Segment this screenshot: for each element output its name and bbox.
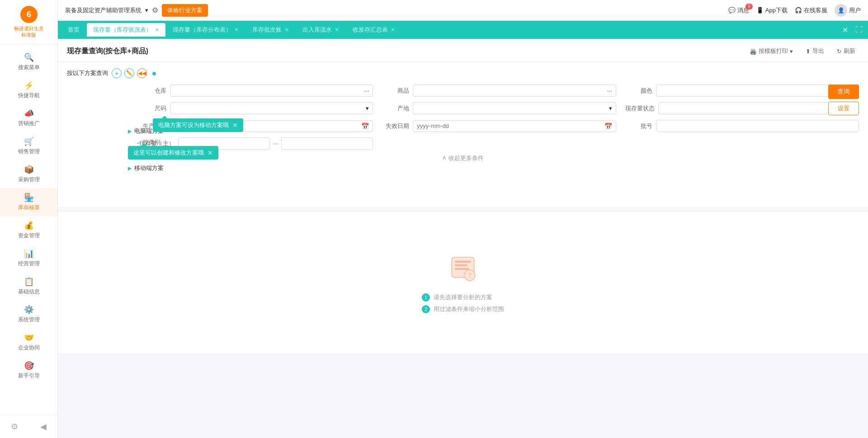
edit-scheme-btn[interactable]: ✏️ [124, 68, 134, 78]
goods-label: 商品 [382, 87, 409, 95]
tooltip2-close-btn[interactable]: ✕ [208, 149, 213, 156]
tab-inventory-dist[interactable]: 现存量（库存分布表） ✕ [166, 23, 245, 37]
avatar: 👤 [835, 4, 847, 17]
tab-close-inventory-dist[interactable]: ✕ [234, 27, 239, 33]
tooltip1-close-btn[interactable]: ✕ [232, 122, 238, 129]
scheme-tooltip-2: 这里可以创建和修改方案哦 ✕ [128, 146, 218, 160]
collapse-sidebar-btn[interactable]: ◀ [38, 420, 48, 433]
add-scheme-btn[interactable]: + [112, 68, 122, 78]
quick-nav-icon: ⚡ [24, 80, 34, 90]
page-title-row: 现存量查询(按仓库+商品) 🖨️ 按模板打印 ▾ ⬆ 导出 ↻ 刷新 [67, 45, 859, 61]
scheme-tooltip-1: 电脑方案可设为移动方案哦 ✕ [153, 118, 243, 132]
svg-rect-3 [455, 261, 471, 263]
filter-row-expire-date: 失效日期 📅 [382, 120, 616, 132]
batch-label: 批号 [625, 122, 652, 130]
tab-close-inventory-status[interactable]: ✕ [155, 27, 159, 33]
inventory-icon: 🏪 [24, 193, 34, 203]
tab-batch-ledger[interactable]: 库存批次账 ✕ [246, 23, 295, 37]
user-avatar-btn[interactable]: 👤 用户 [835, 4, 861, 17]
origin-label: 产地 [382, 104, 409, 113]
tab-close-collect-summary[interactable]: ✕ [391, 27, 395, 33]
sidebar-item-enterprise[interactable]: 🤝 企业协同 [0, 328, 57, 356]
goods-select[interactable]: ··· [413, 85, 616, 97]
online-service-btn[interactable]: 🎧 在线客服 [795, 6, 827, 14]
tab-fullscreen-icon[interactable]: ⛶ [854, 24, 864, 36]
back-scheme-btn[interactable]: ◀◀ [137, 68, 147, 78]
main: 装备及固定资产辅助管理系统 ▾ ⚙ 体验行业方案 💬 消息 9 📱 App下载 … [58, 0, 868, 438]
produce-date-calendar-icon[interactable]: 📅 [361, 122, 369, 130]
tab-bar-right: ✕ ⛶ [840, 24, 864, 36]
filter-label: 按以下方案查询 [67, 69, 108, 77]
tab-close-batch-ledger[interactable]: ✕ [284, 27, 289, 33]
filter-row-color: 颜色 ▾ [625, 85, 859, 97]
app-download-btn[interactable]: 📱 App下载 [756, 6, 788, 14]
search-btn[interactable]: 查询 [828, 85, 859, 99]
expire-date-input[interactable] [417, 122, 604, 129]
print-btn[interactable]: 🖨️ 按模板打印 ▾ [746, 45, 797, 57]
tab-collect-summary[interactable]: 收发存汇总表 ✕ [346, 23, 401, 37]
tab-home[interactable]: 首页 [61, 23, 86, 37]
tab-in-out-flow[interactable]: 出入库流水 ✕ [296, 23, 345, 37]
add-icon: + [115, 70, 118, 77]
origin-select[interactable]: ▾ [413, 102, 616, 114]
system-icon: ⚙️ [24, 305, 34, 315]
message-icon: 💬 [728, 7, 736, 14]
header-left: 装备及固定资产辅助管理系统 ▾ ⚙ 体验行业方案 [65, 4, 208, 17]
service-icon: 🎧 [795, 7, 802, 14]
sidebar-item-marketing[interactable]: 📣 营销推广 [0, 104, 57, 132]
batch-input[interactable] [656, 120, 859, 132]
svg-rect-4 [455, 264, 467, 266]
sidebar-item-inventory[interactable]: 🏪 库存核算 [0, 188, 57, 216]
sidebar-item-search-menu[interactable]: 🔍 搜索菜单 [0, 48, 57, 76]
sidebar-item-operations[interactable]: 📊 经营管理 [0, 244, 57, 272]
expire-date-wrap[interactable]: 📅 [413, 120, 616, 132]
size-select[interactable]: ▾ [170, 102, 373, 114]
basic-icon: 📋 [24, 277, 34, 287]
sidebar-nav: 🔍 搜索菜单 ⚡ 快捷导航 📣 营销推广 🛒 销售管理 📦 采购管理 🏪 库存核… [0, 44, 57, 415]
industry-btn[interactable]: 体验行业方案 [162, 4, 208, 17]
collapse-chevron-icon: ∧ [442, 154, 447, 162]
svg-text:6: 6 [26, 10, 31, 19]
tab-close-all-icon[interactable]: ✕ [840, 24, 850, 36]
warehouse-label: 仓库 [139, 87, 166, 95]
sidebar-item-quick-nav[interactable]: ⚡ 快捷导航 [0, 76, 57, 104]
export-btn[interactable]: ⬆ 导出 [802, 45, 828, 57]
print-icon: 🖨️ [750, 48, 757, 55]
scheme-dot-indicator [152, 72, 156, 75]
sidebar-item-guide[interactable]: 🎯 新手引导 [0, 356, 57, 384]
scheme-mobile-item[interactable]: ▶ 移动端方案 [128, 162, 164, 174]
enterprise-icon: 🤝 [24, 333, 34, 343]
logo-icon: 6 [20, 5, 38, 24]
filter-row-origin: 产地 ▾ [382, 102, 616, 114]
sidebar: 6 畅捷通好生意 标准版 🔍 搜索菜单 ⚡ 快捷导航 📣 营销推广 🛒 销售管理… [0, 0, 58, 438]
content-area: 现存量查询(按仓库+商品) 🖨️ 按模板打印 ▾ ⬆ 导出 ↻ 刷新 [58, 39, 868, 438]
filter-row-size: 尺码 ▾ [139, 102, 373, 114]
page-actions: 🖨️ 按模板打印 ▾ ⬆ 导出 ↻ 刷新 [746, 45, 859, 57]
tab-inventory-status[interactable]: 现存量（库存状况表） ✕ [87, 23, 165, 37]
system-dropdown[interactable]: ▾ [145, 7, 148, 14]
header-settings-icon[interactable]: ⚙ [152, 6, 158, 14]
refresh-btn[interactable]: ↻ 刷新 [833, 45, 859, 57]
expire-date-calendar-icon[interactable]: 📅 [604, 122, 612, 130]
filter-row-goods: 商品 ··· [382, 85, 616, 97]
empty-state: ? 1 请先选择要分析的方案 2 用过滤条件来缩小分析范围 [58, 212, 868, 353]
sidebar-bottom: ⚙ ◀ [0, 415, 57, 438]
operations-icon: 📊 [24, 249, 34, 259]
tree-arrow-mobile: ▶ [128, 165, 132, 171]
settings-bottom-btn[interactable]: ⚙ [9, 420, 20, 433]
empty-steps: 1 请先选择要分析的方案 2 用过滤条件来缩小分析范围 [422, 293, 504, 317]
sidebar-item-system[interactable]: ⚙️ 系统管理 [0, 300, 57, 328]
tab-close-in-out-flow[interactable]: ✕ [335, 27, 339, 33]
reset-btn[interactable]: 设置 [828, 102, 859, 115]
empty-state-icon: ? [445, 248, 481, 284]
sidebar-item-basic[interactable]: 📋 基础信息 [0, 272, 57, 300]
sidebar-item-sales[interactable]: 🛒 销售管理 [0, 132, 57, 160]
warehouse-select[interactable]: ··· [170, 85, 373, 97]
sidebar-item-finance[interactable]: 💰 资金管理 [0, 216, 57, 244]
sidebar-item-purchase[interactable]: 📦 采购管理 [0, 160, 57, 188]
stock-main-max-input[interactable] [281, 137, 373, 150]
message-btn[interactable]: 💬 消息 9 [728, 6, 749, 14]
expire-date-label: 失效日期 [382, 122, 409, 130]
print-dropdown-icon: ▾ [790, 48, 793, 55]
guide-icon: 🎯 [24, 361, 34, 371]
